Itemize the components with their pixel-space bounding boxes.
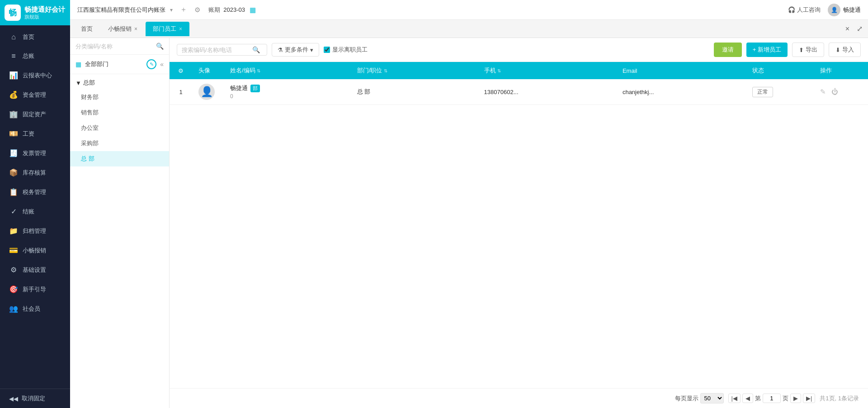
topbar-right: 🎧 人工咨询 👤 畅捷通 — [788, 4, 861, 16]
add-employee-label: + 新增员工 — [753, 46, 781, 54]
pagination: 每页显示 10 20 50 100 |◀ ◀ 第 页 ▶ ▶| — [170, 388, 868, 408]
per-page-select[interactable]: 10 20 50 100 — [700, 393, 724, 403]
sidebar-label-salary: 工资 — [23, 130, 34, 138]
sidebar-item-guide[interactable]: 🎯 新手引导 — [0, 280, 70, 299]
col-settings[interactable]: ⚙ — [170, 62, 192, 79]
exit-action-icon[interactable]: ⏻ — [831, 88, 838, 96]
company-dropdown-icon[interactable]: ▾ — [170, 7, 173, 13]
dept-collapse-icon[interactable]: « — [160, 61, 164, 68]
edit-action-icon[interactable]: ✎ — [820, 88, 826, 96]
export-icon: ⬆ — [799, 47, 804, 53]
archive-icon: 📁 — [9, 227, 18, 235]
sidebar-logo: 畅 畅捷通好会计 旗舰版 — [0, 0, 70, 25]
import-button[interactable]: ⬇ 导入 — [829, 43, 861, 57]
period-label: 账期 2023-03 — [208, 6, 245, 14]
col-actions: 操作 — [814, 62, 868, 79]
tab-dept-close[interactable]: × — [179, 26, 182, 32]
sidebar-item-reports[interactable]: 📊 云报表中心 — [0, 66, 70, 85]
service-button[interactable]: 🎧 人工咨询 — [788, 6, 821, 14]
export-button[interactable]: ⬆ 导出 — [792, 43, 824, 57]
employee-panel: 🔍 ⚗ 更多条件 ▾ 显示离职员工 邀请 + 新增员工 — [170, 38, 868, 408]
sidebar-nav: ⌂ 首页 ≡ 总账 📊 云报表中心 💰 资金管理 🏢 固定资产 💴 工资 🧾 发… — [0, 25, 70, 389]
sidebar-item-expense[interactable]: 💳 小畅报销 — [0, 241, 70, 260]
tab-bar: 首页 小畅报销 × 部门员工 × × ⤢ — [70, 20, 868, 38]
next-page-button[interactable]: ▶ — [790, 394, 801, 403]
row-phone: 138070602... — [478, 79, 616, 105]
dept-search-icon[interactable]: 🔍 — [156, 43, 164, 50]
avatar: 👤 — [198, 84, 215, 100]
sidebar-item-funds[interactable]: 💰 资金管理 — [0, 85, 70, 104]
settings-gear-icon[interactable]: ⚙ — [194, 6, 200, 14]
sidebar-label-guide: 新手引导 — [23, 285, 46, 294]
calendar-icon[interactable]: ▦ — [250, 6, 256, 14]
sidebar-item-invoice[interactable]: 🧾 发票管理 — [0, 143, 70, 163]
app-sub: 旗舰版 — [24, 14, 65, 20]
sidebar-item-home[interactable]: ⌂ 首页 — [0, 28, 70, 47]
sidebar: 畅 畅捷通好会计 旗舰版 ⌂ 首页 ≡ 总账 📊 云报表中心 💰 资金管理 🏢 … — [0, 0, 70, 408]
employee-search-input[interactable] — [182, 47, 250, 53]
per-page-label: 每页显示 — [675, 394, 698, 403]
pin-icon: ◀◀ — [9, 395, 18, 402]
sidebar-item-archive[interactable]: 📁 归档管理 — [0, 221, 70, 241]
headset-icon: 🎧 — [788, 6, 795, 13]
tab-expense-close[interactable]: × — [134, 26, 137, 32]
reports-icon: 📊 — [9, 71, 18, 80]
invoice-icon: 🧾 — [9, 149, 18, 157]
employee-toolbar: 🔍 ⚗ 更多条件 ▾ 显示离职员工 邀请 + 新增员工 — [170, 38, 868, 62]
add-employee-button[interactable]: + 新增员工 — [746, 43, 788, 57]
col-phone[interactable]: 手机 ⇅ — [478, 62, 616, 79]
close-tab-button[interactable]: × — [844, 23, 851, 35]
dept-sort-icon: ⇅ — [384, 68, 387, 73]
sidebar-item-tax[interactable]: 📋 税务管理 — [0, 182, 70, 202]
page-input[interactable] — [763, 394, 781, 403]
dept-search-input[interactable] — [75, 43, 153, 50]
toolbar-right: 邀请 + 新增员工 ⬆ 导出 ⬇ 导入 — [714, 43, 861, 57]
dept-item-purchase[interactable]: 采购部 — [70, 136, 169, 151]
tab-dept[interactable]: 部门员工 × — [146, 22, 189, 36]
dept-badge: 部 — [250, 85, 260, 92]
sidebar-pin-toggle[interactable]: ◀◀ 取消固定 — [0, 389, 70, 408]
col-name[interactable]: 姓名/编码 ⇅ — [224, 62, 351, 79]
sidebar-label-archive: 归档管理 — [23, 227, 46, 235]
sidebar-item-inventory[interactable]: 📦 库存核算 — [0, 163, 70, 182]
employee-search-icon[interactable]: 🔍 — [252, 46, 260, 53]
maximize-tab-button[interactable]: ⤢ — [855, 23, 864, 35]
col-dept[interactable]: 部门/职位 ⇅ — [351, 62, 478, 79]
employee-code: 0 — [230, 93, 344, 100]
employee-table-wrap: ⚙ 头像 姓名/编码 ⇅ 部门/职位 ⇅ — [170, 62, 868, 388]
expense-icon: 💳 — [9, 246, 18, 255]
dept-item-finance[interactable]: 财务部 — [70, 90, 169, 105]
col-avatar: 头像 — [192, 62, 224, 79]
sidebar-item-salary[interactable]: 💴 工资 — [0, 124, 70, 143]
avatar-icon: 👤 — [201, 86, 213, 98]
sidebar-item-more[interactable]: 👥 社会员 — [0, 299, 70, 318]
tab-dept-label: 部门员工 — [153, 25, 176, 33]
sidebar-item-fixed[interactable]: 🏢 固定资产 — [0, 104, 70, 124]
sidebar-item-checkout[interactable]: ✓ 结账 — [0, 202, 70, 221]
show-resigned-checkbox[interactable] — [324, 47, 330, 53]
prev-page-button[interactable]: ◀ — [742, 394, 753, 403]
employee-search-box: 🔍 — [177, 44, 267, 56]
first-page-button[interactable]: |◀ — [728, 394, 741, 403]
dept-item-office[interactable]: 办公室 — [70, 120, 169, 136]
dept-group-head[interactable]: ▼ 总部 — [70, 76, 169, 90]
invite-button[interactable]: 邀请 — [714, 43, 742, 57]
dept-office-label: 办公室 — [81, 124, 99, 132]
show-resigned-label[interactable]: 显示离职员工 — [324, 46, 368, 54]
sidebar-item-settings[interactable]: ⚙ 基础设置 — [0, 260, 70, 280]
dept-item-sales[interactable]: 销售部 — [70, 105, 169, 120]
company-name: 江西服宝精品有限责任公司内账张 — [77, 6, 165, 14]
tab-expense[interactable]: 小畅报销 × — [101, 22, 145, 36]
last-page-button[interactable]: ▶| — [803, 394, 815, 403]
user-menu[interactable]: 👤 畅捷通 — [828, 4, 861, 16]
filter-button[interactable]: ⚗ 更多条件 ▾ — [272, 43, 319, 57]
sidebar-item-ledger[interactable]: ≡ 总账 — [0, 47, 70, 66]
dept-edit-button[interactable]: ✎ — [146, 59, 156, 69]
employee-name-text: 畅捷通 — [230, 84, 248, 92]
dept-item-head[interactable]: 总 部 — [70, 151, 169, 166]
tax-icon: 📋 — [9, 188, 18, 196]
tab-home[interactable]: 首页 — [74, 22, 100, 36]
add-tab-button[interactable]: ＋ — [177, 5, 190, 14]
page-navigation: |◀ ◀ 第 页 ▶ ▶| — [728, 394, 816, 403]
show-resigned-text: 显示离职员工 — [332, 46, 368, 54]
